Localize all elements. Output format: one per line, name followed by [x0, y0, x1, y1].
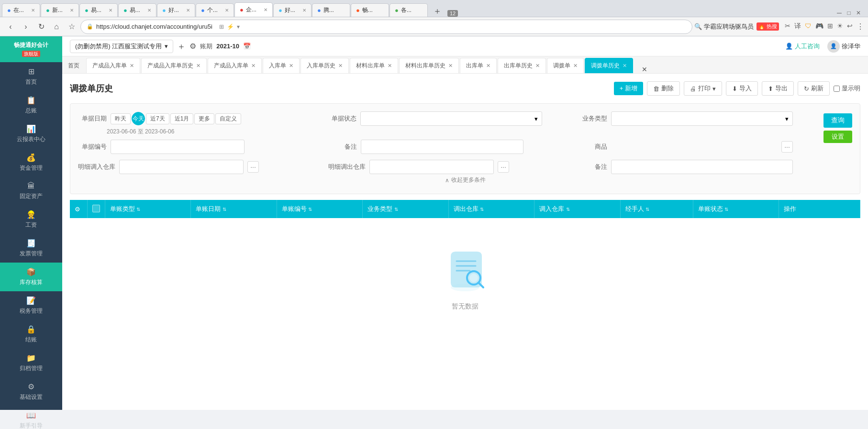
page-tab-out-history[interactable]: 出库单历史 ✕	[498, 58, 546, 73]
sidebar-item-assets[interactable]: 🏛 固定资产	[0, 177, 62, 205]
import-btn[interactable]: ⬇ 导入	[726, 81, 758, 96]
browser-tab[interactable]: ● 畅...	[351, 3, 389, 17]
page-tab-close-icon[interactable]: ✕	[338, 63, 343, 69]
page-tab-close-icon[interactable]: ✕	[130, 63, 134, 69]
nav-forward-btn[interactable]: ›	[19, 20, 33, 33]
company-selector[interactable]: (勿删勿禁用) 江西服宝测试专用 ▾	[70, 40, 173, 53]
page-tab-close-icon[interactable]: ✕	[623, 63, 627, 69]
goods-select[interactable]: ···	[611, 141, 793, 153]
page-tab-close-icon[interactable]: ✕	[196, 63, 200, 69]
sidebar-item-ledger[interactable]: 📋 总账	[0, 91, 62, 120]
nav-favorite-btn[interactable]: ☆	[65, 20, 78, 33]
status-select[interactable]: ▾	[360, 111, 542, 126]
add-company-btn[interactable]: ＋	[177, 41, 186, 52]
browser-tab[interactable]: ● 好... ✕	[157, 3, 195, 17]
sidebar-item-capital[interactable]: 💰 资金管理	[0, 148, 62, 177]
user-profile-btn[interactable]: 👤 徐泽华	[827, 40, 860, 53]
browser-tab-close[interactable]: ✕	[302, 8, 306, 13]
browser-tab-close[interactable]: ✕	[31, 8, 35, 13]
date-more-btn[interactable]: 更多	[194, 113, 214, 124]
date-today-btn[interactable]: 今天	[132, 112, 145, 125]
date-1month-btn[interactable]: 近1月	[170, 113, 194, 124]
page-tab-close-icon[interactable]: ✕	[289, 63, 293, 69]
page-tab-close-icon[interactable]: ✕	[251, 63, 256, 69]
col-transfer-in[interactable]: 调入仓库 ⇅	[534, 200, 621, 218]
date-custom-btn[interactable]: 自定义	[215, 113, 241, 124]
doc-number-input[interactable]	[111, 140, 245, 154]
warehouse-in-more-btn[interactable]: ···	[247, 161, 259, 173]
new-btn[interactable]: + 新增	[614, 82, 643, 95]
remark2-input[interactable]	[611, 160, 793, 174]
warehouse-out-more-btn[interactable]: ···	[498, 161, 509, 173]
browser-tab[interactable]: ● 易... ✕	[79, 3, 118, 17]
browser-tab[interactable]: ● 腾...	[312, 3, 350, 17]
page-tab-in-history[interactable]: 入库单历史 ✕	[300, 58, 349, 73]
page-tab-transfer[interactable]: 调拨单 ✕	[547, 58, 584, 73]
col-doc-status[interactable]: 单账状态 ⇅	[693, 200, 779, 218]
browser-tab[interactable]: ● 好... ✕	[273, 3, 312, 17]
page-tab-close-icon[interactable]: ✕	[535, 63, 540, 69]
browser-tab[interactable]: ● 在... ✕	[2, 3, 40, 17]
print-btn[interactable]: 🖨 打印 ▾	[684, 81, 722, 96]
settings-btn[interactable]: 设置	[823, 131, 852, 143]
sidebar-item-home[interactable]: ⊞ 首页	[0, 62, 62, 91]
date-7days-btn[interactable]: 近7天	[146, 113, 169, 124]
tab-add-button[interactable]: ＋	[428, 5, 446, 17]
col-doc-date[interactable]: 单账日期 ⇅	[191, 200, 277, 218]
export-btn[interactable]: ⬆ 导出	[762, 81, 794, 96]
browser-tab-active[interactable]: ● 企... ✕	[234, 2, 273, 17]
browser-tab-close[interactable]: ✕	[264, 7, 267, 12]
col-doc-type[interactable]: 单账类型 ⇅	[105, 200, 191, 218]
nav-home-btn[interactable]: ⌂	[50, 20, 63, 33]
address-bar[interactable]: 🔒 https://cloud.chanjet.com/accounting/u…	[80, 20, 692, 34]
calendar-icon[interactable]: 📅	[243, 43, 251, 50]
browser-tab-close[interactable]: ✕	[225, 8, 229, 13]
page-tab-in[interactable]: 入库单 ✕	[263, 58, 300, 73]
window-minimize-btn[interactable]: ─	[835, 9, 843, 17]
page-tab-product-in[interactable]: 产成品入库单 ✕	[86, 58, 140, 73]
sidebar-item-guide[interactable]: 📖 新手引导	[0, 406, 62, 429]
browser-tab-close[interactable]: ✕	[70, 8, 74, 13]
window-maximize-btn[interactable]: □	[845, 9, 853, 17]
page-close-all-btn[interactable]: ✕	[638, 66, 651, 73]
sidebar-item-archive[interactable]: 📁 归档管理	[0, 349, 62, 377]
browser-tab[interactable]: ● 个... ✕	[196, 3, 234, 17]
col-biz-type[interactable]: 业务类型 ⇅	[363, 200, 449, 218]
collapse-filter-btn[interactable]: ∧ 收起更多条件	[445, 176, 486, 184]
page-tab-close-icon[interactable]: ✕	[388, 63, 392, 69]
sidebar-item-closing[interactable]: 🔒 结账	[0, 320, 62, 349]
warehouse-out-input[interactable]	[369, 160, 494, 174]
delete-btn[interactable]: 🗑 删除	[647, 81, 680, 96]
sidebar-item-reports[interactable]: 📊 云报表中心	[0, 120, 62, 148]
table-checkbox-header[interactable]	[87, 200, 105, 218]
col-doc-number[interactable]: 单账编号 ⇅	[277, 200, 363, 218]
refresh-btn[interactable]: ↻ 刷新	[798, 81, 830, 96]
page-tab-product-in-history[interactable]: 产成品入库单历史 ✕	[141, 58, 207, 73]
sidebar-item-salary[interactable]: 👷 工资	[0, 205, 62, 234]
col-handler[interactable]: 经手人 ⇅	[620, 200, 693, 218]
company-settings-btn[interactable]: ⚙	[189, 42, 196, 51]
page-tab-home[interactable]: 首页	[62, 58, 85, 73]
browser-tab-close[interactable]: ✕	[186, 8, 190, 13]
nav-back-btn[interactable]: ‹	[4, 20, 17, 33]
table-gear-header[interactable]: ⚙	[70, 200, 87, 218]
page-tab-transfer-history[interactable]: 调拨单历史 ✕	[585, 58, 633, 73]
page-tab-product-in2[interactable]: 产成品入库单 ✕	[208, 58, 262, 73]
browser-tab-close[interactable]: ✕	[109, 8, 112, 13]
page-tab-close-icon[interactable]: ✕	[573, 63, 578, 69]
date-yesterday-btn[interactable]: 昨天	[111, 113, 131, 124]
page-tab-out[interactable]: 出库单 ✕	[460, 58, 497, 73]
user-service-btn[interactable]: 👤 人工咨询	[785, 42, 820, 51]
remark-input[interactable]	[361, 140, 523, 154]
show-all-checkbox-label[interactable]: 显示明	[834, 84, 860, 93]
sidebar-item-settings[interactable]: ⚙ 基础设置	[0, 377, 62, 406]
browser-tab[interactable]: ● 各...	[389, 3, 428, 17]
goods-more-btn[interactable]: ···	[781, 141, 793, 153]
sidebar-item-invoice[interactable]: 🧾 发票管理	[0, 234, 62, 263]
select-all-checkbox[interactable]	[92, 205, 100, 212]
col-transfer-out[interactable]: 调出仓库 ⇅	[448, 200, 534, 218]
warehouse-in-input[interactable]	[119, 160, 244, 174]
window-close-btn[interactable]: ✕	[855, 9, 862, 17]
biz-type-select[interactable]: ▾	[611, 111, 793, 126]
page-tab-close-icon[interactable]: ✕	[486, 63, 490, 69]
